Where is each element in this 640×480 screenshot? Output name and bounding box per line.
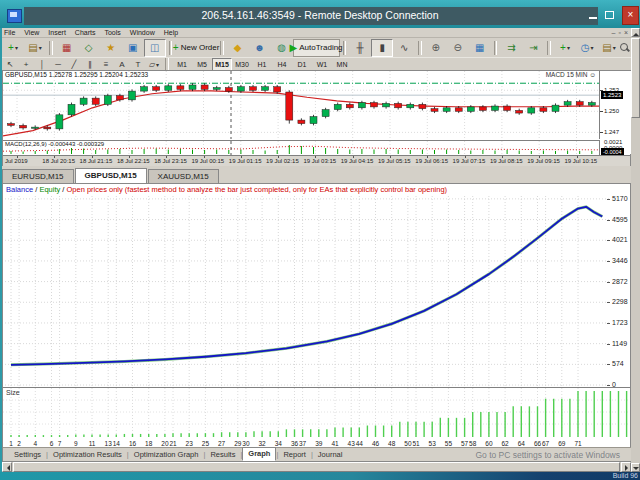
autotrading-label: AutoTrading [299,43,342,52]
rdp-title-bar[interactable]: 206.54.161.46:3549 - Remote Desktop Conn… [0,0,640,28]
tester-tab-optimization-graph[interactable]: Optimization Graph [129,449,204,461]
window-title: 206.54.161.46:3549 - Remote Desktop Conn… [0,8,640,22]
horizontal-scrollbar[interactable] [2,462,631,472]
autotrading-button[interactable]: ▶AutoTrading [293,39,340,57]
navigator-icon: ★ [106,41,115,55]
horizontal-scroll-thumb[interactable] [13,462,620,472]
navigator-button[interactable]: ★ [100,39,122,57]
trade-tick-label: 21 [166,440,180,447]
market-watch-button[interactable]: ▦ [56,39,78,57]
scroll-down-arrow[interactable] [631,463,640,472]
chart-tab-bar: EURUSD,M15GBPUSD,M15XAUUSD,M15 [0,166,634,184]
tile-windows-button[interactable]: ▦ [469,39,491,57]
terminal-icon: ▣ [128,41,137,55]
tester-tab-journal[interactable]: Journal [313,449,348,461]
toolbar-separator [169,41,173,55]
size-histogram[interactable] [3,388,630,439]
templates-button[interactable]: ▤▾ [598,39,620,57]
tester-tab-settings[interactable]: Settings [9,449,46,461]
chart-window: GBPUSD,M15 1.25278 1.25295 1.25204 1.252… [2,70,631,166]
macd-indicator-pane[interactable]: MACD(12,26,9) -0.000443 -0.000329 [3,140,600,155]
time-axis[interactable]: Jul 201918 Jul 20:1518 Jul 21:1518 Jul 2… [3,155,630,166]
maximize-button[interactable] [603,9,616,21]
child-close-icon[interactable]: × [624,28,628,37]
time-tick-label: 19 Jul 10:15 [565,158,598,164]
data-window-button[interactable]: ◇ [78,39,100,57]
time-tick-label: 18 Jul 23:15 [154,158,187,164]
bar-chart-icon: ╫ [357,41,364,55]
metaeditor-icon: ◆ [234,41,242,55]
candlestick-button[interactable]: ▮ [371,39,393,57]
time-tick-label: 19 Jul 08:15 [490,158,523,164]
new-chart-button[interactable]: +▾ [2,39,24,57]
value-tick-label: 0 [612,381,616,388]
strategy-tester-icon: ◫ [150,41,159,55]
legend-note: Open prices only (fastest method to anal… [67,185,448,194]
tester-tab-graph[interactable]: Graph [242,447,276,461]
periods-icon: ◷ [581,41,590,55]
price-tick-label: 1.250 [604,108,619,114]
close-button[interactable]: × [622,6,639,25]
dropdown-arrow-icon: ▾ [15,44,18,51]
trade-tick-label: 18 [142,440,156,447]
tester-tab-results[interactable]: Results [205,449,240,461]
experts-icon: ☻ [254,41,265,55]
trade-tick-label: 27 [215,440,229,447]
periods-button[interactable]: ◷▾ [576,39,598,57]
scroll-left-arrow[interactable] [2,462,12,472]
indicators-button[interactable]: +▾ [554,39,576,57]
strategy-tester-button[interactable]: ◫ [144,39,166,57]
profiles-button[interactable]: ▤▾ [24,39,46,57]
trade-tick-label: 41 [328,440,342,447]
menu-insert[interactable]: Insert [48,28,66,37]
line-chart-button[interactable]: ∿ [393,39,415,57]
symbol-ohlc-label: GBPUSD,M15 1.25278 1.25295 1.25204 1.252… [5,71,148,78]
value-tick-mark [607,344,610,345]
toolbar-separator [494,41,498,55]
menu-view[interactable]: View [24,28,39,37]
terminal-button[interactable]: ▣ [122,39,144,57]
time-tick-label: 19 Jul 06:15 [415,158,448,164]
price-tick-mark [600,132,603,133]
new-order-label: New Order [181,43,220,52]
vertical-scroll-thumb[interactable] [631,38,640,118]
menu-file[interactable]: File [4,28,15,37]
scroll-right-arrow[interactable] [621,462,631,472]
menu-help[interactable]: Help [164,28,178,37]
balance-graph[interactable] [5,196,611,387]
auto-scroll-button[interactable]: ⇉ [500,39,522,57]
candle-chart-pane[interactable]: GBPUSD,M15 1.25278 1.25295 1.25204 1.252… [3,71,600,139]
child-minimize-icon[interactable]: – [612,28,616,37]
ea-smiley-icon[interactable]: ☺ [589,71,596,78]
trade-tick-label: 53 [425,440,439,447]
chart-shift-button[interactable]: ⇥ [522,39,544,57]
vertical-scrollbar[interactable] [631,28,640,472]
minimize-button[interactable] [587,9,600,21]
menu-charts[interactable]: Charts [75,28,96,37]
auto-scroll-icon: ⇉ [507,41,515,55]
scroll-up-arrow[interactable] [631,28,640,37]
dropdown-arrow-icon: ▾ [590,44,593,51]
menu-tools[interactable]: Tools [104,28,120,37]
child-restore-icon[interactable]: ▫ [618,28,620,37]
price-tick-mark [600,111,603,112]
new-order-button[interactable]: +New Order [175,39,217,57]
bar-chart-button[interactable]: ╫ [349,39,371,57]
tester-tab-optimization-results[interactable]: Optimization Results [48,449,127,461]
zoom-out-button[interactable]: ⊖ [447,39,469,57]
search-icon[interactable] [620,43,630,53]
tester-tab-report[interactable]: Report [278,449,311,461]
value-tick-label: 574 [612,360,624,367]
zoom-in-button[interactable]: ⊕ [425,39,447,57]
price-tick-label: 1.247 [604,129,619,135]
experts-button[interactable]: ☻ [249,39,271,57]
metaeditor-button[interactable]: ◆ [227,39,249,57]
chart-tab-eurusd[interactable]: EURUSD,M15 [2,169,74,183]
chart-tab-xauusd[interactable]: XAUUSD,M15 [148,169,219,183]
price-axis[interactable]: 1.2531.2501.2471.25230.00210.0000-0.0004 [600,71,631,154]
trade-tick-label: 64 [514,440,528,447]
time-tick-label: 19 Jul 07:15 [453,158,486,164]
trade-tick-label: 9 [69,440,83,447]
menu-window[interactable]: Window [130,28,155,37]
chart-tab-gbpusd[interactable]: GBPUSD,M15 [75,168,147,183]
